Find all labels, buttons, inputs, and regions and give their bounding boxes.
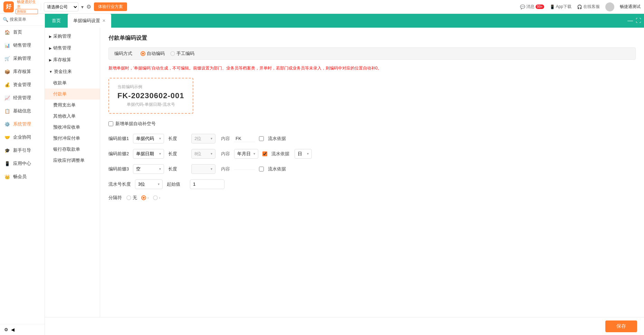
- company-select[interactable]: 请选择公司: [44, 2, 78, 11]
- sidebar-item-home[interactable]: 🏠 首页: [0, 26, 45, 39]
- dropdown-icon[interactable]: ▾: [81, 4, 84, 10]
- prefix1-length-select[interactable]: 2位 ▾: [191, 134, 215, 143]
- prefix2-length-select[interactable]: 8位 ▾: [191, 149, 215, 159]
- manual-code-option[interactable]: 手工编码: [170, 50, 194, 57]
- sub-menu-item-adjustment[interactable]: 应收应付调整单: [45, 155, 100, 166]
- tab-home-label: 首页: [52, 18, 61, 24]
- sidebar-item-label-ops: 经营管理: [13, 95, 31, 101]
- start-value-label: 起始值: [167, 181, 186, 187]
- auto-code-label: 自动编码: [147, 50, 165, 57]
- auto-fill-checkbox[interactable]: [108, 121, 113, 126]
- serial-length-value: 3位: [138, 181, 145, 187]
- minimize-icon[interactable]: —: [627, 18, 633, 24]
- settings-bottom-icon[interactable]: ⚙: [4, 327, 8, 332]
- sep-dot-radio[interactable]: [141, 195, 146, 200]
- guide-icon: 🎓: [4, 147, 10, 153]
- message-label: 消息: [526, 4, 535, 10]
- auto-code-radio[interactable]: [141, 51, 145, 56]
- sep-dot2-option[interactable]: ·: [153, 195, 161, 200]
- manual-code-radio[interactable]: [170, 51, 175, 56]
- sep-none-option[interactable]: 无: [126, 195, 137, 201]
- code-example-box: 当前编码示例 FK-20230602-001 单据代码-单据日期-流水号: [108, 78, 193, 114]
- prefix1-content-value: FK: [234, 135, 255, 142]
- home-icon: 🏠: [4, 29, 10, 35]
- sidebar-item-label-member: 畅会员: [13, 174, 27, 180]
- app-download-btn[interactable]: 📱 App下载: [550, 4, 571, 10]
- tab-code-settings[interactable]: 单据编码设置 ✕: [68, 14, 111, 28]
- gear-icon[interactable]: ⚙: [86, 3, 91, 10]
- message-btn[interactable]: 💬 消息 99+: [520, 4, 544, 10]
- sep-dot-option[interactable]: ·: [141, 195, 149, 200]
- sub-menu-header-sales[interactable]: ▶ 销售管理: [45, 42, 100, 54]
- manual-code-label: 手工编码: [176, 50, 194, 57]
- logo-icon: 好: [3, 1, 14, 12]
- sidebar-item-enterprise[interactable]: 🤝 企业协同: [0, 131, 45, 144]
- sidebar-item-guide[interactable]: 🎓 新手引导: [0, 144, 45, 157]
- prefix1-length-label: 长度: [168, 136, 187, 142]
- sidebar: 🔍 搜索菜单 🏠 首页 📊 销售管理 🛒 采购管理 📦 库存核算 💰 资金管理 …: [0, 14, 45, 335]
- tab-home[interactable]: 首页: [45, 14, 68, 28]
- sub-menu-item-prepay-receivable[interactable]: 预收冲应收单: [45, 122, 100, 133]
- prefix1-select[interactable]: 单据代码 ▾: [133, 134, 164, 143]
- prefix1-content-label: 内容: [221, 136, 230, 142]
- sub-menu-header-purchase[interactable]: ▶ 采购管理: [45, 30, 100, 42]
- tab-close-icon[interactable]: ✕: [102, 18, 106, 23]
- sidebar-search[interactable]: 🔍 搜索菜单: [0, 14, 45, 26]
- prefix1-stream-checkbox[interactable]: [259, 136, 264, 141]
- sub-menu-item-prepay-payable[interactable]: 预付冲应付单: [45, 133, 100, 144]
- inner-layout: ▶ 采购管理 ▶ 销售管理 ▶ 库存核算: [45, 28, 644, 317]
- prefix2-select[interactable]: 单据日期 ▾: [133, 149, 164, 159]
- sub-menu-item-bank[interactable]: 银行存取款单: [45, 144, 100, 155]
- prefix2-content-select[interactable]: 年月日 ▾: [234, 149, 258, 159]
- auto-code-option[interactable]: 自动编码: [141, 50, 165, 57]
- sidebar-item-inventory[interactable]: 📦 库存核算: [0, 65, 45, 78]
- sidebar-item-operations[interactable]: 📈 经营管理: [0, 91, 45, 104]
- serial-length-select[interactable]: 3位 ▾: [135, 179, 163, 189]
- system-icon: ⚙️: [4, 121, 10, 127]
- sep-dot2-radio[interactable]: [153, 195, 158, 200]
- prefix2-stream-checkbox[interactable]: [262, 151, 267, 156]
- online-service-btn[interactable]: 🎧 在线客服: [577, 4, 600, 10]
- prefix3-value: 空: [136, 166, 141, 172]
- industry-btn[interactable]: 体验行业方案: [94, 2, 127, 11]
- sub-menu-item-receipt[interactable]: 收款单: [45, 77, 100, 89]
- sep-dot2-label: ·: [159, 195, 161, 200]
- sub-menu-item-other-income[interactable]: 其他收入单: [45, 111, 100, 122]
- sub-menu-header-inventory[interactable]: ▶ 库存核算: [45, 54, 100, 66]
- code-example-label: 当前编码示例: [117, 84, 184, 90]
- collapse-icon[interactable]: ◀: [11, 327, 15, 332]
- sub-menu-group-sales: ▶ 销售管理: [45, 42, 100, 54]
- sidebar-item-purchase[interactable]: 🛒 采购管理: [0, 52, 45, 65]
- prefix2-cycle-select[interactable]: 日 ▾: [295, 149, 312, 159]
- sidebar-item-finance[interactable]: 💰 资金管理: [0, 78, 45, 91]
- sidebar-item-member[interactable]: 👑 畅会员: [0, 170, 45, 183]
- username: 畅捷通测试: [620, 4, 641, 10]
- topbar: 好 畅捷通好生意 旗舰版 请选择公司 ▾ ⚙ 体验行业方案 💬 消息 99+ 📱…: [0, 0, 644, 14]
- sep-none-label: 无: [133, 195, 137, 201]
- sidebar-item-basic[interactable]: 📋 基础信息: [0, 104, 45, 118]
- prefix1-value: 单据代码: [136, 136, 154, 142]
- start-value-input[interactable]: [190, 179, 224, 189]
- topbar-left: 好 畅捷通好生意 旗舰版 请选择公司 ▾ ⚙ 体验行业方案: [3, 1, 127, 12]
- sub-menu-item-payment[interactable]: 付款单: [45, 89, 100, 100]
- sub-menu-group-finance: ▼ 资金往来 收款单 付款单 费用支出单 其他收入单 预收冲应收单 预付冲应付单…: [45, 66, 100, 166]
- prefix3-stream-checkbox[interactable]: [259, 167, 264, 171]
- sub-menu-item-expense[interactable]: 费用支出单: [45, 100, 100, 111]
- chevron-down-icon-finance: ▼: [49, 70, 52, 74]
- prefix3-length-select[interactable]: ▾: [191, 164, 215, 174]
- sep-none-radio[interactable]: [126, 195, 131, 200]
- main-layout: 🔍 搜索菜单 🏠 首页 📊 销售管理 🛒 采购管理 📦 库存核算 💰 资金管理 …: [0, 14, 644, 335]
- app-download-label: App下载: [556, 4, 571, 10]
- prefix2-length-arrow: ▾: [211, 152, 212, 156]
- prefix2-value: 单据日期: [136, 151, 154, 157]
- sub-menu-header-finance[interactable]: ▼ 资金往来: [45, 66, 100, 77]
- save-button[interactable]: 保存: [605, 320, 637, 332]
- sidebar-item-apps[interactable]: 📱 应用中心: [0, 157, 45, 170]
- maximize-icon[interactable]: ⛶: [636, 18, 641, 24]
- prefix3-select[interactable]: 空 ▾: [133, 164, 164, 174]
- sidebar-item-sales[interactable]: 📊 销售管理: [0, 39, 45, 52]
- sidebar-item-system[interactable]: ⚙️ 系统管理: [0, 118, 45, 131]
- prefix3-label: 编码前缀3: [108, 166, 129, 172]
- separator-label: 分隔符: [108, 195, 122, 201]
- app-icon: 📱: [550, 4, 555, 9]
